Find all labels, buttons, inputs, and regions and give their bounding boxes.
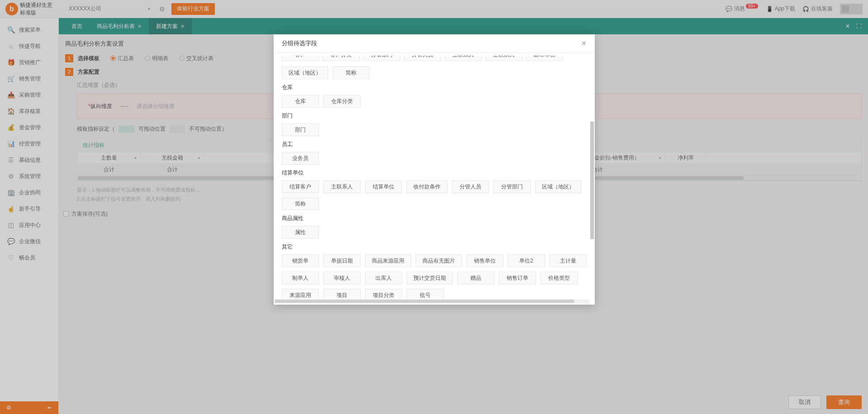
field-chip[interactable]: 仓库 [282,95,319,108]
field-chips: 仓库仓库分类 [282,95,587,108]
field-chips: 销货单单据日期商品来源应用商品有无图片销售单位单位2主计量制单人审核人出库人预计… [282,254,587,301]
vertical-scrollbar[interactable] [590,54,594,297]
field-chips: 结算客户主联系人结算单位收付款条件分管人员分管部门区域（地区）简称 [282,180,587,210]
field-group: 结算单位结算客户主联系人结算单位收付款条件分管人员分管部门区域（地区）简称 [282,169,587,210]
field-chip[interactable]: 业务员 [282,152,319,165]
field-group-title: 结算单位 [282,169,587,177]
field-chip[interactable]: 赠品 [457,272,494,284]
field-group: 商品属性属性 [282,215,587,239]
field-group-title: 员工 [282,141,587,148]
field-chip[interactable]: 分管部门 [363,56,400,61]
field-group: 其它销货单单据日期商品来源应用商品有无图片销售单位单位2主计量制单人审核人出库人… [282,243,587,301]
field-chip[interactable]: 分管人员 [452,180,489,193]
field-chip[interactable]: 商品有无图片 [416,254,462,267]
field-row: 区域（地区）简称 [282,66,587,79]
field-chip[interactable]: 销售单位 [466,254,503,267]
field-chip[interactable]: 分管人员 [404,56,441,61]
group-field-modal: 分组待选字段 ✕ 客户客户分类分管部门分管人员主联系人主联系人邮寄单位 区域（地… [274,34,595,305]
close-icon[interactable]: ✕ [581,40,587,47]
field-chip[interactable]: 销售订单 [499,272,536,284]
field-chip[interactable]: 销货单 [282,254,319,267]
field-chip[interactable]: 主联系人 [323,180,360,193]
field-group: 员工业务员 [282,141,587,165]
field-chip[interactable]: 区域（地区） [535,180,581,193]
field-chips: 部门 [282,123,587,136]
field-chip[interactable]: 收付款条件 [407,180,447,193]
field-group-title: 仓库 [282,84,587,91]
field-chip[interactable]: 商品来源应用 [365,254,411,267]
field-chip[interactable]: 主计量 [550,254,587,267]
field-chip[interactable]: 单位2 [508,254,545,267]
field-chip[interactable]: 属性 [282,226,319,239]
field-chip[interactable]: 简称 [282,198,319,210]
field-chip[interactable]: 区域（地区） [282,66,328,79]
field-chip[interactable]: 客户分类 [323,56,360,61]
field-chip[interactable]: 仓库分类 [323,95,360,108]
field-chip[interactable]: 审核人 [323,272,360,284]
field-chips: 属性 [282,226,587,239]
field-row-cut: 客户客户分类分管部门分管人员主联系人主联系人邮寄单位 [282,56,587,62]
field-chip[interactable]: 分管部门 [493,180,531,193]
field-group: 仓库仓库仓库分类 [282,84,587,108]
field-chips: 业务员 [282,152,587,165]
field-chip[interactable]: 价格类型 [541,272,578,284]
field-group-title: 部门 [282,112,587,120]
field-chip[interactable]: 主联系人 [445,56,482,61]
modal-horizontal-scrollbar[interactable] [275,299,589,304]
field-chip[interactable]: 部门 [282,123,319,136]
field-chip[interactable]: 客户 [282,56,319,61]
field-chip[interactable]: 主联系人 [485,56,522,61]
field-chip[interactable]: 结算客户 [282,180,319,193]
modal-title: 分组待选字段 [282,39,317,47]
field-chip[interactable]: 简称 [332,66,370,79]
field-group-title: 其它 [282,243,587,251]
field-group-title: 商品属性 [282,215,587,222]
field-chip[interactable]: 邮寄单位 [526,56,563,61]
field-chip[interactable]: 出库人 [365,272,402,284]
field-chip[interactable]: 制单人 [282,272,319,284]
field-chip[interactable]: 结算单位 [365,180,402,193]
field-chip[interactable]: 预计交货日期 [407,272,453,284]
scrollbar-thumb[interactable] [590,122,594,239]
field-chip[interactable]: 单据日期 [323,254,360,267]
field-group: 部门部门 [282,112,587,136]
